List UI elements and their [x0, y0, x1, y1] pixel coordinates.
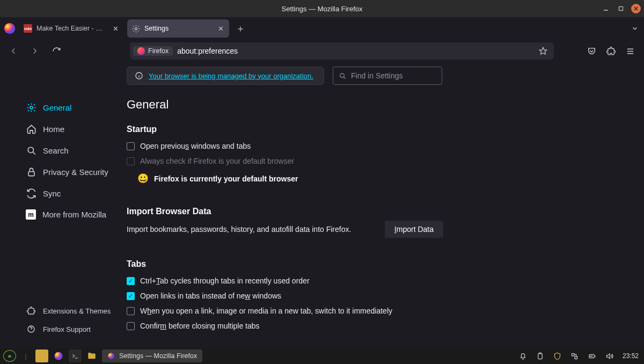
checkbox-ctrl-tab[interactable]: ✓ Ctrl+Tab cycles through tabs in recent…	[127, 273, 644, 288]
start-menu-button[interactable]	[3, 350, 16, 362]
search-icon	[26, 145, 36, 156]
import-data-button[interactable]: Import Data	[385, 221, 443, 238]
checkbox-label: Always check if Firefox is your default …	[140, 157, 294, 165]
sidebar-footer-support[interactable]: Firefox Support	[19, 320, 122, 338]
taskbar-active-window[interactable]: Settings — Mozilla Firefox	[102, 350, 202, 362]
tab-close-button[interactable]: ✕	[111, 24, 120, 33]
checkbox-icon	[127, 307, 135, 315]
lock-icon	[26, 166, 36, 177]
svg-point-10	[55, 352, 63, 360]
taskbar-files-launcher[interactable]	[85, 350, 99, 362]
sidebar-item-label: General	[43, 103, 71, 112]
firefox-icon	[3, 22, 16, 35]
sidebar-item-general[interactable]: General	[19, 97, 122, 118]
sidebar-item-sync[interactable]: Sync	[19, 183, 122, 204]
section-import-heading: Import Browser Data	[127, 207, 644, 216]
window-maximize-button[interactable]	[616, 4, 626, 13]
svg-point-2	[135, 27, 137, 30]
svg-rect-6	[28, 171, 34, 176]
tray-notifications-icon[interactable]	[517, 350, 530, 362]
tab-maketecheasier[interactable]: mte Make Tech Easier - Compu… ✕	[19, 19, 124, 38]
all-tabs-dropdown[interactable]	[631, 25, 639, 32]
os-taskbar: | Settings — Mozilla Firefox 23:52	[0, 348, 644, 364]
checkbox-open-links-tabs[interactable]: ✓ Open links in tabs instead of new wind…	[127, 288, 644, 303]
favicon-mte-icon: mte	[24, 24, 32, 33]
find-in-settings[interactable]	[333, 67, 442, 85]
taskbar-terminal-launcher[interactable]	[69, 350, 82, 362]
nav-toolbar: Firefox about:preferences	[0, 40, 644, 62]
checkbox-open-previous[interactable]: Open previous windows and tabs	[127, 139, 644, 154]
window-close-button[interactable]	[631, 4, 641, 13]
sidebar-item-privacy[interactable]: Privacy & Security	[19, 161, 122, 183]
checkbox-confirm-close[interactable]: Confirm before closing multiple tabs	[127, 318, 644, 333]
svg-rect-13	[572, 353, 574, 355]
tab-title: Settings	[144, 25, 212, 32]
search-icon	[339, 72, 347, 80]
tray-clipboard-icon[interactable]	[534, 350, 547, 362]
sidebar-footer-label: Firefox Support	[43, 325, 91, 333]
gear-icon	[26, 102, 36, 113]
svg-point-4	[30, 106, 32, 108]
taskbar-firefox-launcher[interactable]	[52, 350, 65, 362]
reload-button[interactable]	[48, 43, 64, 59]
taskbar-show-desktop[interactable]	[35, 350, 48, 362]
window-titlebar: Settings — Mozilla Firefox	[0, 0, 644, 17]
sidebar-item-label: More from Mozilla	[42, 210, 106, 219]
checkbox-switch-immediately[interactable]: When you open a link, image or media in …	[127, 303, 644, 318]
pocket-button[interactable]	[583, 42, 600, 60]
tab-settings[interactable]: Settings ✕	[127, 19, 229, 38]
svg-point-9	[340, 73, 345, 77]
sidebar-item-more-mozilla[interactable]: m More from Mozilla	[19, 204, 122, 225]
checkbox-label: Confirm before closing multiple tabs	[140, 322, 260, 330]
extensions-button[interactable]	[602, 42, 619, 60]
url-bar[interactable]: Firefox about:preferences	[130, 42, 554, 60]
sidebar-item-home[interactable]: Home	[19, 118, 122, 140]
org-managed-link[interactable]: Your browser is being managed by your or…	[149, 72, 313, 80]
settings-content: General Home Search Privacy & Security S…	[0, 62, 644, 348]
taskbar-divider: |	[19, 350, 32, 362]
checkbox-always-check-default: Always check if Firefox is your default …	[127, 154, 644, 169]
sidebar-item-search[interactable]: Search	[19, 140, 122, 161]
bookmark-star-button[interactable]	[536, 47, 551, 55]
tray-network-icon[interactable]	[568, 350, 581, 362]
urlbar-identity[interactable]: Firefox	[133, 46, 173, 56]
mozilla-icon: m	[26, 209, 36, 220]
urlbar-path: about:preferences	[173, 47, 536, 55]
default-browser-message: Firefox is currently your default browse…	[154, 174, 298, 183]
tab-title: Make Tech Easier - Compu…	[36, 25, 107, 32]
forward-button[interactable]	[27, 43, 43, 59]
checkbox-icon	[127, 142, 135, 150]
gear-icon	[131, 24, 140, 33]
svg-marker-3	[539, 47, 546, 54]
window-title: Settings — Mozilla Firefox	[282, 5, 363, 13]
find-in-settings-input[interactable]	[351, 71, 445, 80]
svg-point-11	[108, 353, 114, 359]
app-menu-button[interactable]	[621, 42, 639, 60]
svg-rect-0	[619, 7, 623, 11]
section-startup-heading: Startup	[127, 125, 644, 134]
default-browser-status: 😀 Firefox is currently your default brow…	[127, 169, 644, 188]
sidebar-footer-extensions[interactable]: Extensions & Themes	[19, 302, 122, 320]
page-title: General	[127, 98, 644, 112]
back-button[interactable]	[5, 43, 21, 59]
svg-rect-14	[575, 356, 577, 359]
taskbar-clock[interactable]: 23:52	[620, 352, 641, 360]
tray-volume-icon[interactable]	[603, 350, 616, 362]
sidebar-item-label: Privacy & Security	[43, 168, 108, 177]
checkbox-label: Open links in tabs instead of new window…	[140, 292, 281, 300]
puzzle-icon	[26, 305, 36, 316]
tab-close-button[interactable]: ✕	[216, 24, 225, 33]
sidebar-item-label: Sync	[43, 189, 61, 198]
window-minimize-button[interactable]	[601, 4, 611, 13]
info-icon	[135, 71, 143, 80]
checkbox-label: Open previous windows and tabs	[140, 142, 251, 150]
checkbox-label: Ctrl+Tab cycles through tabs in recently…	[140, 276, 310, 285]
tray-battery-icon[interactable]	[586, 350, 599, 362]
new-tab-button[interactable]: ＋	[232, 20, 248, 37]
firefox-icon	[137, 47, 145, 55]
section-tabs-heading: Tabs	[127, 259, 644, 269]
sidebar-footer-label: Extensions & Themes	[43, 307, 111, 315]
org-managed-notice: Your browser is being managed by your or…	[127, 67, 324, 85]
tray-shield-icon[interactable]	[551, 350, 564, 362]
checkbox-icon: ✓	[127, 292, 135, 300]
